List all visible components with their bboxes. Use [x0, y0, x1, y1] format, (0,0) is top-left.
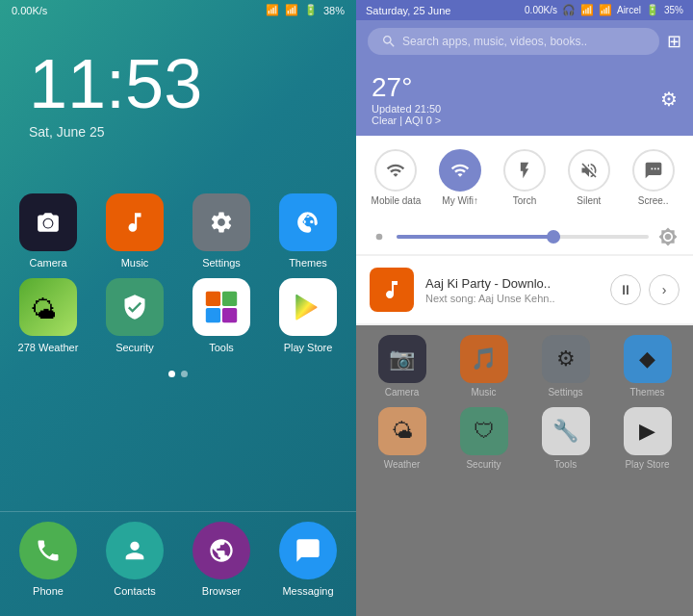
music-icon — [106, 193, 164, 251]
settings-label: Settings — [202, 257, 241, 269]
weather-icon: 🌤 — [19, 278, 77, 336]
silent-icon — [568, 149, 610, 192]
now-playing-card: Aaj Ki Party - Downlo.. Next song: Aaj U… — [356, 256, 693, 323]
blurred-settings: ⚙ Settings — [529, 335, 602, 398]
blurred-camera-label: Camera — [385, 387, 420, 398]
app-tools[interactable]: Tools — [183, 278, 260, 353]
blurred-playstore: ▶ Play Store — [611, 407, 683, 470]
music-controls: ⏸ › — [610, 274, 680, 305]
battery-icon: 🔋 — [304, 4, 318, 16]
brightness-low-icon — [372, 229, 387, 244]
notif-battery: 35% — [664, 5, 683, 15]
app-messaging[interactable]: Messaging — [270, 522, 346, 597]
brightness-track[interactable] — [397, 235, 649, 239]
weather-temperature: 27° — [372, 72, 441, 103]
expand-icon[interactable]: ⊞ — [667, 31, 681, 52]
blurred-weather-label: Weather — [384, 459, 421, 470]
home-time: 11:53 — [0, 20, 356, 118]
music-label: Music — [121, 257, 149, 269]
notification-panel: Saturday, 25 June 0.00K/s 🎧 📶 📶 Aircel 🔋… — [356, 0, 693, 616]
blurred-tools-icon: 🔧 — [542, 407, 590, 455]
qs-screen[interactable]: Scree.. — [621, 149, 685, 206]
blurred-themes-label: Themes — [629, 387, 664, 398]
security-label: Security — [116, 342, 154, 353]
qs-mobile-data[interactable]: Mobile data — [364, 149, 428, 206]
music-info: Aaj Ki Party - Downlo.. Next song: Aaj U… — [425, 276, 599, 304]
qs-mobile-data-label: Mobile data — [372, 195, 422, 206]
blurred-music: 🎵 Music — [448, 335, 520, 398]
app-settings[interactable]: Settings — [183, 193, 260, 269]
playstore-label: Play Store — [284, 342, 333, 353]
wifi-icon: 📶 — [266, 4, 279, 16]
browser-icon — [192, 522, 250, 579]
contacts-label: Contacts — [114, 585, 155, 597]
blurred-app-grid: 📷 Camera 🎵 Music ⚙ Settings ◆ Themes 🌤 W… — [356, 325, 693, 479]
blurred-themes-icon: ◆ — [624, 335, 672, 383]
home-date: Sat, June 25 — [0, 118, 356, 145]
app-weather[interactable]: 🌤 278 Weather — [10, 278, 87, 353]
svg-point-6 — [376, 234, 383, 241]
playstore-icon — [279, 278, 337, 336]
home-screen: 0.00K/s 📶 📶 🔋 38% 11:53 Sat, June 25 Cam… — [0, 0, 356, 616]
blurred-tools-label: Tools — [554, 459, 577, 470]
qs-silent[interactable]: Silent — [556, 149, 621, 206]
search-input[interactable]: Search apps, music, videos, books.. — [368, 28, 659, 55]
svg-rect-2 — [206, 292, 220, 306]
qs-wifi[interactable]: My Wifi↑ — [428, 149, 493, 206]
browser-label: Browser — [202, 585, 241, 597]
blurred-music-label: Music — [471, 387, 496, 398]
notif-speed: 0.00K/s — [525, 5, 557, 15]
contacts-icon — [106, 522, 164, 579]
blurred-weather: 🌤 Weather — [366, 407, 438, 470]
app-music[interactable]: Music — [96, 193, 173, 269]
music-title: Aaj Ki Party - Downlo.. — [425, 276, 599, 291]
blurred-security-label: Security — [466, 459, 500, 470]
next-button[interactable]: › — [649, 274, 680, 305]
screen-icon — [632, 149, 675, 192]
blurred-music-icon: 🎵 — [460, 335, 508, 383]
svg-text:🌤: 🌤 — [31, 295, 57, 324]
notif-battery-icon: 🔋 — [646, 4, 659, 16]
blurred-tools: 🔧 Tools — [529, 407, 602, 470]
svg-point-0 — [44, 219, 53, 228]
weather-label: 278 Weather — [18, 342, 79, 353]
pause-button[interactable]: ⏸ — [610, 274, 641, 305]
blurred-playstore-label: Play Store — [625, 459, 669, 470]
themes-label: Themes — [289, 257, 327, 269]
qs-silent-label: Silent — [577, 195, 601, 206]
brightness-control — [356, 219, 693, 254]
brightness-high-icon — [658, 227, 678, 246]
settings-icon — [192, 193, 250, 251]
bottom-dock: Phone Contacts Browser Messaging — [0, 511, 356, 616]
qs-torch[interactable]: Torch — [493, 149, 557, 206]
tools-label: Tools — [209, 342, 234, 353]
app-camera[interactable]: Camera — [10, 193, 87, 269]
app-browser[interactable]: Browser — [183, 522, 260, 597]
quick-settings-panel: Mobile data My Wifi↑ Torch Silent Scree.… — [356, 136, 693, 219]
notif-carrier: Aircel — [617, 5, 641, 15]
blurred-camera-icon: 📷 — [378, 335, 426, 383]
blurred-settings-label: Settings — [548, 387, 582, 398]
svg-rect-5 — [222, 308, 237, 322]
blurred-camera: 📷 Camera — [366, 335, 438, 398]
blurred-background: 📷 Camera 🎵 Music ⚙ Settings ◆ Themes 🌤 W… — [356, 325, 693, 616]
blurred-security-icon: 🛡 — [460, 407, 508, 455]
app-security[interactable]: Security — [96, 278, 173, 353]
app-playstore[interactable]: Play Store — [270, 278, 346, 353]
weather-settings-icon[interactable]: ⚙ — [660, 88, 678, 111]
weather-updated: Updated 21:50 — [372, 103, 441, 115]
app-phone[interactable]: Phone — [10, 522, 87, 597]
search-placeholder: Search apps, music, videos, books.. — [402, 35, 587, 48]
page-dots — [0, 371, 356, 377]
dot-2 — [181, 371, 188, 377]
notif-signal-icon: 📶 — [599, 4, 612, 16]
headphone-icon: 🎧 — [562, 4, 576, 16]
app-themes[interactable]: Themes — [270, 193, 346, 269]
search-icon — [381, 34, 397, 49]
blurred-themes: ◆ Themes — [611, 335, 683, 398]
themes-icon — [279, 193, 337, 251]
phone-icon — [19, 522, 77, 579]
app-contacts[interactable]: Contacts — [96, 522, 173, 597]
signal-icon: 📶 — [285, 4, 298, 16]
qs-wifi-label: My Wifi↑ — [442, 195, 478, 206]
